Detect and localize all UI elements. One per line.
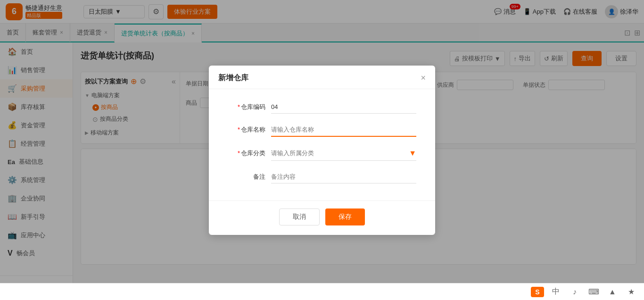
star-icon[interactable]: ★	[624, 285, 638, 299]
modal-body: 仓库编码 仓库名称 仓库分类 ▼ 备注	[209, 89, 435, 200]
warehouse-name-input[interactable]	[271, 123, 416, 137]
warehouse-category-select[interactable]: ▼	[271, 146, 416, 161]
note-input[interactable]	[271, 170, 416, 183]
close-icon[interactable]: ×	[421, 73, 426, 83]
chinese-input-icon[interactable]: 中	[549, 285, 563, 299]
warehouse-code-label: 仓库编码	[228, 103, 265, 111]
add-warehouse-modal: 新增仓库 × 仓库编码 仓库名称 仓库分类 ▼	[209, 66, 435, 235]
keyboard-icon[interactable]: ⌨	[586, 285, 601, 299]
warehouse-code-row: 仓库编码	[228, 100, 416, 114]
expand-icon[interactable]: ▲	[605, 285, 619, 299]
warehouse-name-row: 仓库名称	[228, 123, 416, 137]
warehouse-category-row: 仓库分类 ▼	[228, 146, 416, 161]
warehouse-category-input[interactable]	[271, 150, 409, 157]
audio-icon[interactable]: ♪	[568, 285, 582, 299]
s-logo-icon: S	[531, 287, 544, 297]
bottom-bar: S 中 ♪ ⌨ ▲ ★	[0, 283, 644, 300]
warehouse-name-label: 仓库名称	[228, 125, 265, 134]
chevron-down-icon: ▼	[409, 149, 416, 158]
note-row: 备注	[228, 170, 416, 183]
modal-title: 新增仓库	[218, 73, 248, 83]
warehouse-category-label: 仓库分类	[228, 149, 265, 158]
modal-header: 新增仓库 ×	[209, 66, 435, 89]
warehouse-code-input[interactable]	[271, 100, 416, 114]
modal-overlay: 新增仓库 × 仓库编码 仓库名称 仓库分类 ▼	[0, 0, 644, 300]
cancel-button[interactable]: 取消	[279, 208, 320, 225]
save-button[interactable]: 保存	[325, 208, 365, 225]
note-label: 备注	[228, 173, 265, 181]
modal-footer: 取消 保存	[209, 200, 435, 235]
